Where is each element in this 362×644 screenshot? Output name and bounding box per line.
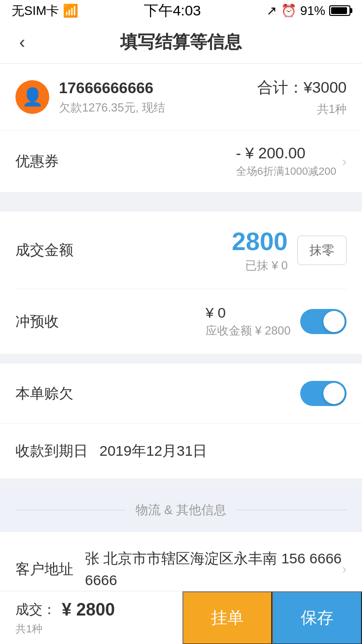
coupon-label: 优惠券 xyxy=(15,152,59,171)
prepay-info: ¥ 0 应收金额 ¥ 2800 xyxy=(206,305,291,338)
separator-2 xyxy=(0,354,362,364)
address-value: 张 北京市市辖区海淀区永丰南 156 6666 6666 xyxy=(85,547,342,591)
section-header-line-left xyxy=(15,510,126,510)
bottom-deal-sub: 共1种 xyxy=(15,622,167,636)
bottom-deal-amount: ¥ 2800 xyxy=(62,600,115,620)
status-bar: 无SIM卡 📶 下午4:03 ↗ ⏰ 91% xyxy=(0,0,362,21)
back-button[interactable]: ‹ xyxy=(15,28,29,56)
duedate-row: 收款到期日 2019年12月31日 xyxy=(0,423,362,478)
prepay-toggle[interactable] xyxy=(300,309,347,334)
avatar: 👤 xyxy=(15,80,49,114)
customer-phone: 17666666666 xyxy=(59,79,257,97)
coupon-row[interactable]: 优惠券 - ¥ 200.00 全场6折满1000减200 › xyxy=(0,130,362,192)
customer-row: 👤 17666666666 欠款1276.35元, 现结 合计：¥3000 共1… xyxy=(0,64,362,130)
round-zero-button[interactable]: 抹零 xyxy=(297,236,347,265)
status-right: ↗ ⏰ 91% xyxy=(266,3,350,18)
customer-total: 合计：¥3000 共1种 xyxy=(257,77,347,117)
deal-amount-value: 2800 xyxy=(232,227,288,256)
sim-text: 无SIM卡 xyxy=(12,2,59,19)
prepay-row: 冲预收 ¥ 0 应收金额 ¥ 2800 xyxy=(15,289,347,354)
coupon-discount: - ¥ 200.00 xyxy=(236,144,336,162)
deal-amount-row: 成交金额 2800 已抹 ¥ 0 抹零 xyxy=(15,211,347,289)
location-icon: ↗ xyxy=(266,3,277,18)
battery-percent: 91% xyxy=(300,3,325,18)
nav-bar: ‹ 填写结算等信息 xyxy=(0,21,362,64)
deal-section: 成交金额 2800 已抹 ¥ 0 抹零 冲预收 ¥ 0 应收金额 ¥ 2800 xyxy=(0,211,362,354)
content: 👤 17666666666 欠款1276.35元, 现结 合计：¥3000 共1… xyxy=(0,64,362,644)
coupon-desc: 全场6折满1000减200 xyxy=(236,164,336,179)
bottom-bar: 成交： ¥ 2800 共1种 挂单 保存 xyxy=(0,591,362,644)
duedate-value: 2019年12月31日 xyxy=(99,441,207,461)
deal-amount-label: 成交金额 xyxy=(15,240,73,260)
credit-row: 本单赊欠 xyxy=(0,364,362,423)
customer-subtext: 欠款1276.35元, 现结 xyxy=(59,100,257,115)
page-title: 填写结算等信息 xyxy=(120,30,242,54)
separator-1 xyxy=(0,202,362,211)
avatar-icon: 👤 xyxy=(22,87,43,107)
deal-amount-right: 2800 已抹 ¥ 0 抹零 xyxy=(232,227,347,273)
deal-amount-info: 2800 已抹 ¥ 0 xyxy=(232,227,288,273)
credit-label: 本单赊欠 xyxy=(15,384,73,404)
coupon-info: - ¥ 200.00 全场6折满1000减200 xyxy=(236,144,336,179)
customer-section: 👤 17666666666 欠款1276.35元, 现结 合计：¥3000 共1… xyxy=(0,64,362,192)
address-chevron-icon: › xyxy=(342,561,347,577)
section-header-line-right xyxy=(236,510,347,510)
customer-info: 17666666666 欠款1276.35元, 现结 xyxy=(59,79,257,115)
address-label: 客户地址 xyxy=(15,560,73,579)
status-time: 下午4:03 xyxy=(144,1,201,21)
prepay-right: ¥ 0 应收金额 ¥ 2800 xyxy=(206,305,347,338)
status-left: 无SIM卡 📶 xyxy=(12,2,78,19)
toggle-thumb xyxy=(323,311,345,332)
bottom-deal-top: 成交： ¥ 2800 xyxy=(15,600,167,620)
save-button[interactable]: 保存 xyxy=(272,591,362,644)
duedate-label: 收款到期日 xyxy=(15,441,88,461)
pending-button[interactable]: 挂单 xyxy=(182,591,272,644)
prepay-amount: ¥ 0 xyxy=(206,305,291,321)
deal-amount-sub: 已抹 ¥ 0 xyxy=(232,258,288,273)
bottom-deal-info: 成交： ¥ 2800 共1种 xyxy=(0,600,182,636)
section-header-text: 物流 & 其他信息 xyxy=(136,502,226,518)
total-amount: 合计：¥3000 xyxy=(257,77,347,98)
coupon-right: - ¥ 200.00 全场6折满1000减200 › xyxy=(236,144,347,179)
chevron-right-icon: › xyxy=(342,154,347,169)
alarm-icon: ⏰ xyxy=(281,3,296,18)
bottom-deal-label: 成交： xyxy=(15,601,56,619)
credit-toggle-thumb xyxy=(323,383,345,404)
battery-icon xyxy=(329,5,350,16)
credit-toggle[interactable] xyxy=(300,381,347,406)
wifi-icon: 📶 xyxy=(63,3,78,18)
prepay-label: 冲预收 xyxy=(15,312,59,332)
section-header: 物流 & 其他信息 xyxy=(0,488,362,532)
total-sub: 共1种 xyxy=(257,101,347,117)
separator-3 xyxy=(0,478,362,488)
prepay-sub: 应收金额 ¥ 2800 xyxy=(206,323,291,338)
